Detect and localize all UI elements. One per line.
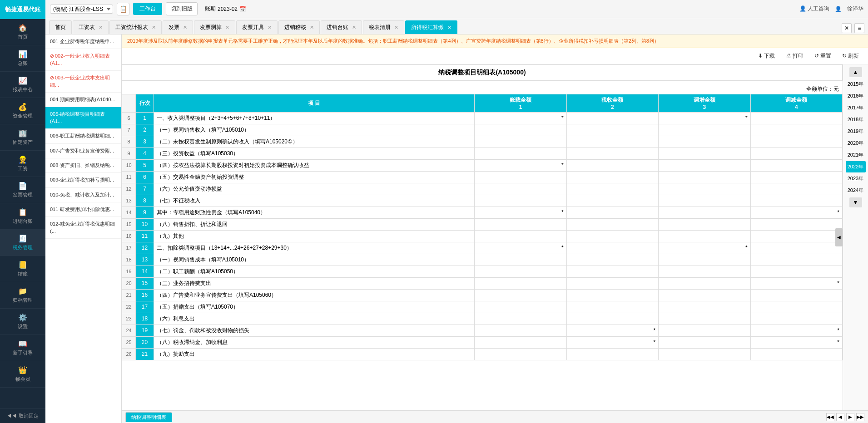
- data-cell-2[interactable]: [566, 289, 658, 301]
- tab-close-btn[interactable]: ✕: [310, 25, 314, 30]
- data-cell-3[interactable]: [659, 171, 750, 183]
- data-cell-4[interactable]: [750, 159, 842, 171]
- tab-发票开具[interactable]: 发票开具✕: [236, 20, 278, 34]
- collapse-button[interactable]: ◀: [835, 228, 843, 246]
- left-panel-item[interactable]: 004-期间费用明细表(A1040...: [45, 93, 121, 107]
- data-cell-1[interactable]: *: [475, 112, 566, 124]
- data-cell-3[interactable]: [659, 207, 750, 218]
- year-item[interactable]: 2015年: [846, 79, 866, 90]
- close-tab-btn[interactable]: ✕: [842, 23, 852, 33]
- data-cell-1[interactable]: [475, 218, 566, 230]
- left-panel-item[interactable]: 012-减免企业所得税优惠明细(...: [45, 217, 121, 239]
- data-cell-2[interactable]: [566, 313, 658, 325]
- data-cell-3[interactable]: [659, 348, 750, 360]
- sidebar-item-总账[interactable]: 📊总账: [0, 45, 45, 72]
- data-cell-2[interactable]: [566, 230, 658, 242]
- year-item[interactable]: 2023年: [846, 173, 866, 184]
- data-cell-2[interactable]: *: [566, 336, 658, 348]
- data-cell-4[interactable]: [750, 230, 842, 242]
- data-cell-3[interactable]: *: [659, 112, 750, 124]
- left-panel-item[interactable]: ⊘002-一般企业收入明细表(A1...: [45, 49, 121, 71]
- sidebar-item-结账[interactable]: 📒结账: [0, 256, 45, 282]
- left-panel-item[interactable]: 011-研发费用加计扣除优惠...: [45, 202, 121, 217]
- data-cell-3[interactable]: [659, 277, 750, 289]
- workbench-button[interactable]: 工作台: [133, 3, 162, 15]
- data-cell-3[interactable]: [659, 136, 750, 148]
- data-cell-2[interactable]: [566, 242, 658, 254]
- data-cell-3[interactable]: [659, 301, 750, 313]
- sidebar-item-报表中心[interactable]: 📈报表中心: [0, 72, 45, 98]
- tab-首页[interactable]: 首页: [49, 20, 72, 34]
- sidebar-item-发票管理[interactable]: 📄发票管理: [0, 177, 45, 203]
- unpin-button[interactable]: ◀◀ 取消固定: [0, 409, 45, 423]
- user-service-link[interactable]: 👤 人工咨询: [799, 5, 829, 13]
- data-cell-2[interactable]: [566, 348, 658, 360]
- data-cell-1[interactable]: [475, 171, 566, 183]
- sidebar-item-税务管理[interactable]: 🧾税务管理: [0, 230, 45, 256]
- data-cell-4[interactable]: *: [750, 325, 842, 336]
- data-cell-1[interactable]: *: [475, 159, 566, 171]
- company-select[interactable]: (物副) 江西股金-LSS: [50, 5, 113, 14]
- data-cell-2[interactable]: [566, 301, 658, 313]
- data-cell-4[interactable]: [750, 348, 842, 360]
- tab-close-btn[interactable]: ✕: [225, 25, 229, 30]
- data-cell-4[interactable]: [750, 254, 842, 266]
- year-up-button[interactable]: ▲: [849, 67, 862, 77]
- data-cell-1[interactable]: [475, 325, 566, 336]
- data-cell-1[interactable]: [475, 183, 566, 195]
- refresh-button[interactable]: ↻ 刷新: [838, 51, 863, 61]
- data-cell-1[interactable]: [475, 230, 566, 242]
- data-cell-1[interactable]: [475, 254, 566, 266]
- data-cell-2[interactable]: [566, 136, 658, 148]
- data-cell-3[interactable]: [659, 124, 750, 136]
- data-cell-4[interactable]: [750, 136, 842, 148]
- data-cell-2[interactable]: [566, 112, 658, 124]
- data-cell-4[interactable]: [750, 266, 842, 277]
- tab-close-btn[interactable]: ✕: [268, 25, 272, 30]
- left-panel-item[interactable]: 005-纳税调整项目明细表(A1...: [45, 107, 121, 129]
- data-cell-4[interactable]: [750, 289, 842, 301]
- sidebar-item-首页[interactable]: 🏠首页: [0, 19, 45, 45]
- data-cell-3[interactable]: [659, 254, 750, 266]
- data-cell-3[interactable]: [659, 218, 750, 230]
- more-tabs-btn[interactable]: ≡: [854, 23, 864, 33]
- data-cell-4[interactable]: [750, 183, 842, 195]
- data-cell-2[interactable]: [566, 218, 658, 230]
- data-cell-1[interactable]: *: [475, 242, 566, 254]
- sidebar-item-进销台账[interactable]: 📋进销台账: [0, 203, 45, 230]
- data-cell-2[interactable]: [566, 207, 658, 218]
- left-panel-item[interactable]: 001-企业所得税年度纳税申...: [45, 34, 121, 49]
- tab-close-btn[interactable]: ✕: [183, 25, 187, 30]
- company-icon-btn[interactable]: 📋: [117, 3, 129, 15]
- data-cell-4[interactable]: *: [750, 277, 842, 289]
- tab-所得税汇算缴[interactable]: 所得税汇算缴✕: [405, 20, 457, 34]
- data-cell-1[interactable]: [475, 289, 566, 301]
- data-cell-1[interactable]: [475, 277, 566, 289]
- data-cell-3[interactable]: *: [659, 242, 750, 254]
- left-panel-item[interactable]: 006-职工薪酬纳税调整明细...: [45, 129, 121, 143]
- tab-税表清册[interactable]: 税表清册✕: [363, 20, 404, 34]
- data-cell-1[interactable]: [475, 136, 566, 148]
- year-item[interactable]: 2020年: [846, 138, 866, 149]
- data-cell-2[interactable]: [566, 148, 658, 159]
- data-cell-1[interactable]: *: [475, 207, 566, 218]
- tab-进销稽核[interactable]: 进销稽核✕: [278, 20, 320, 34]
- year-item[interactable]: 2022年: [846, 161, 866, 172]
- data-cell-1[interactable]: [475, 195, 566, 207]
- scroll-left-btn[interactable]: ◀◀: [826, 413, 834, 421]
- sidebar-item-固定资产[interactable]: 🏢固定资产: [0, 124, 45, 151]
- period-edit-icon[interactable]: 📅: [239, 6, 246, 12]
- tab-发票[interactable]: 发票✕: [163, 20, 193, 34]
- data-cell-3[interactable]: [659, 148, 750, 159]
- data-cell-1[interactable]: [475, 336, 566, 348]
- data-cell-1[interactable]: [475, 301, 566, 313]
- data-cell-1[interactable]: [475, 124, 566, 136]
- scroll-next-btn[interactable]: ▶: [846, 413, 854, 421]
- scroll-right-btn[interactable]: ▶▶: [856, 413, 864, 421]
- data-cell-1[interactable]: [475, 313, 566, 325]
- sidebar-item-工资[interactable]: 👷工资: [0, 151, 45, 177]
- tab-发票测算[interactable]: 发票测算✕: [194, 20, 235, 34]
- print-button[interactable]: 🖨 打印: [782, 51, 807, 61]
- data-cell-3[interactable]: [659, 325, 750, 336]
- sidebar-item-畅会员[interactable]: 👑畅会员: [0, 361, 45, 388]
